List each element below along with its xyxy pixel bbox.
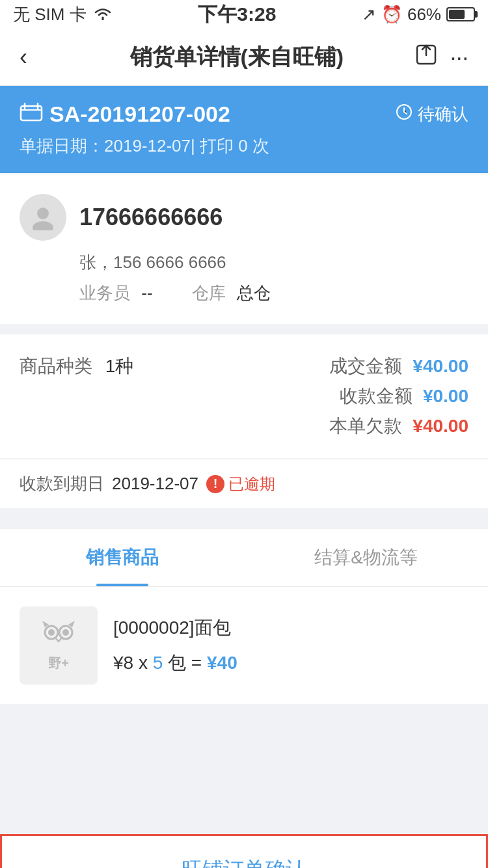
- order-id: SA-20191207-002: [20, 102, 230, 127]
- svg-point-4: [33, 221, 53, 230]
- svg-point-7: [48, 629, 55, 636]
- customer-meta: 业务员 -- 仓库 总仓: [20, 282, 468, 305]
- battery-percent: 66%: [407, 5, 441, 25]
- customer-phone: 17666666666: [79, 204, 223, 231]
- tab-sales-products[interactable]: 销售商品: [0, 529, 244, 586]
- bottom-action-bar: 旺铺订单确认: [0, 834, 488, 868]
- avatar: [20, 194, 66, 241]
- divider-2: [0, 508, 488, 519]
- tab-settlement[interactable]: 结算&物流等: [244, 529, 488, 586]
- status-time: 下午3:28: [198, 1, 276, 28]
- received-item: 收款金额 ¥0.00: [340, 384, 468, 409]
- order-date: 单据日期：2019-12-07| 打印 0 次: [20, 135, 468, 157]
- divider-1: [0, 324, 488, 334]
- back-button[interactable]: ‹: [20, 44, 59, 71]
- nav-bar: ‹ 销货单详情(来自旺铺) ···: [0, 29, 488, 86]
- warehouse-section: 仓库 总仓: [192, 282, 271, 305]
- status-carrier: 无 SIM 卡: [13, 3, 113, 26]
- brand-text: 野+: [48, 655, 69, 672]
- product-name: [0000002]面包: [113, 616, 468, 640]
- products-section: 野+ [0000002]面包 ¥8 x 5 包 = ¥40: [0, 587, 488, 704]
- summary-card: 商品种类 1种 成交金额 ¥40.00 收款金额 ¥0.00 本单欠款 ¥40.…: [0, 334, 488, 458]
- tabs-container: 销售商品 结算&物流等: [0, 529, 488, 587]
- due-date-section: 收款到期日 2019-12-07 ! 已逾期: [0, 459, 488, 508]
- wifi-icon: [93, 5, 113, 25]
- owed-item: 本单欠款 ¥40.00: [329, 414, 468, 439]
- status-right: ↗ ⏰ 66%: [362, 5, 475, 25]
- carrier-text: 无 SIM 卡: [13, 3, 87, 26]
- amount-item: 成交金额 ¥40.00: [329, 354, 468, 379]
- customer-name: 张，156 6666 6666: [20, 251, 468, 274]
- status-bar: 无 SIM 卡 下午3:28 ↗ ⏰ 66%: [0, 0, 488, 29]
- tab-active-indicator: [96, 584, 148, 586]
- product-thumbnail: 野+: [20, 606, 98, 685]
- product-item: 野+ [0000002]面包 ¥8 x 5 包 = ¥40: [0, 587, 488, 704]
- order-header: SA-20191207-002 待确认 单据日期：2019-12-07| 打印 …: [0, 86, 488, 173]
- svg-point-3: [37, 208, 49, 219]
- share-button[interactable]: [415, 44, 437, 71]
- nav-actions: ···: [415, 44, 468, 71]
- svg-point-8: [62, 629, 69, 636]
- product-types-item: 商品种类 1种: [20, 354, 133, 379]
- alarm-icon: ⏰: [381, 5, 402, 25]
- product-price-row: ¥8 x 5 包 = ¥40: [113, 651, 468, 675]
- brand-logo: [36, 619, 81, 652]
- customer-card: 17666666666 张，156 6666 6666 业务员 -- 仓库 总仓: [0, 174, 488, 324]
- empty-content-area: [0, 704, 488, 834]
- overdue-badge: ! 已逾期: [206, 474, 275, 495]
- status-clock-icon: [396, 103, 413, 125]
- overdue-icon: !: [206, 475, 224, 493]
- location-icon: ↗: [362, 5, 376, 25]
- order-status: 待确认: [396, 103, 468, 126]
- order-icon: [20, 102, 43, 127]
- product-info: [0000002]面包 ¥8 x 5 包 = ¥40: [113, 616, 468, 675]
- page-title: 销货单详情(来自旺铺): [130, 42, 344, 72]
- summary-right: 成交金额 ¥40.00 收款金额 ¥0.00 本单欠款 ¥40.00: [329, 354, 468, 439]
- confirm-order-button[interactable]: 旺铺订单确认: [182, 849, 306, 868]
- battery-icon: [446, 7, 475, 21]
- more-button[interactable]: ···: [450, 44, 468, 70]
- sales-rep-section: 业务员 --: [79, 282, 153, 305]
- summary-left: 商品种类 1种: [20, 354, 133, 379]
